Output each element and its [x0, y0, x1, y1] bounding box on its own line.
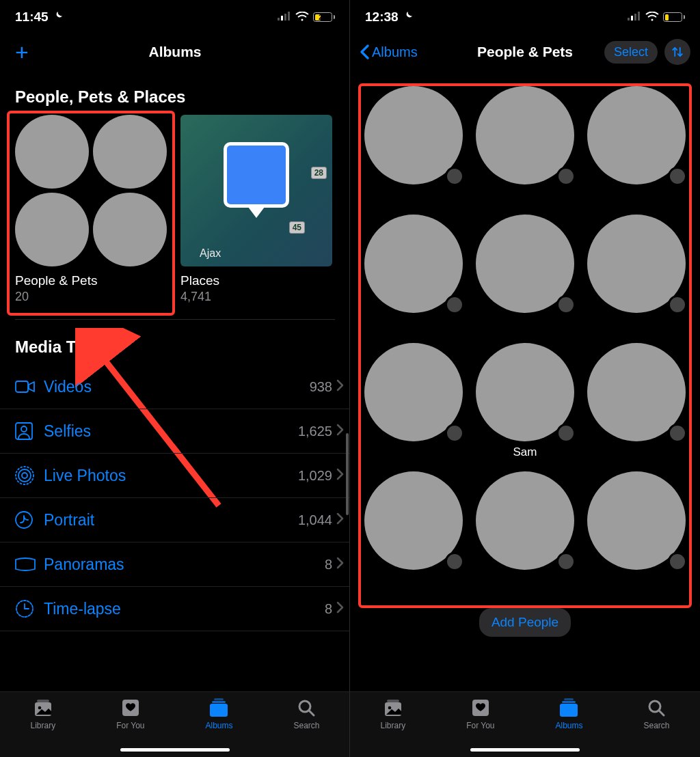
media-type-count: 8 [325, 557, 332, 573]
tab-bar: LibraryFor YouAlbumsSearch [0, 691, 350, 757]
person-cell[interactable] [587, 86, 686, 202]
svg-rect-35 [387, 700, 399, 702]
media-type-row-live[interactable]: Live Photos 1,029 [0, 454, 350, 498]
tab-search[interactable]: Search [643, 698, 669, 757]
svg-point-10 [21, 426, 27, 432]
places-tile[interactable]: 28 45 Ajax Places 4,741 [180, 115, 332, 304]
tab-library[interactable]: Library [380, 698, 405, 757]
albums-icon [558, 698, 579, 718]
svg-rect-2 [284, 14, 286, 20]
clock: 12:38 [365, 10, 399, 25]
face-thumb [93, 115, 167, 189]
dnd-moon-icon [53, 10, 64, 24]
svg-rect-0 [278, 18, 280, 20]
people-grid: Sam [350, 82, 700, 592]
foryou-icon [121, 698, 140, 718]
chevron-right-icon [336, 468, 345, 483]
svg-rect-23 [212, 701, 226, 703]
favorite-badge-icon [556, 424, 576, 443]
favorite-badge-icon [556, 552, 576, 571]
svg-rect-39 [562, 701, 576, 703]
face-thumb [15, 115, 89, 189]
svg-rect-27 [628, 18, 630, 20]
selfie-icon [15, 422, 44, 440]
svg-rect-22 [214, 698, 224, 700]
battery-icon: 20 [663, 12, 685, 22]
svg-rect-19 [37, 700, 49, 702]
tab-search[interactable]: Search [293, 698, 319, 757]
chevron-right-icon [336, 557, 345, 572]
select-button[interactable]: Select [604, 41, 658, 64]
chevron-right-icon [336, 601, 345, 616]
person-cell[interactable] [364, 471, 463, 588]
media-type-row-pano[interactable]: Panoramas 8 [0, 542, 350, 587]
person-cell[interactable] [587, 343, 686, 459]
media-type-label: Selfies [44, 422, 298, 441]
media-type-label: Portrait [44, 511, 298, 529]
person-cell[interactable] [364, 86, 463, 202]
cellular-icon [628, 10, 641, 25]
tab-label: Library [30, 721, 55, 730]
tile-count: 4,741 [180, 290, 332, 304]
add-people-button[interactable]: Add People [479, 608, 571, 637]
media-type-row-portrait[interactable]: Portrait 1,044 [0, 498, 350, 542]
favorite-badge-icon [668, 424, 687, 443]
tab-library[interactable]: Library [30, 698, 55, 757]
person-cell[interactable]: Sam [475, 343, 574, 459]
tab-label: Search [293, 721, 319, 730]
svg-rect-30 [638, 12, 640, 20]
person-avatar [476, 471, 574, 570]
wifi-icon [645, 10, 659, 25]
foryou-icon [471, 698, 490, 718]
person-avatar [587, 215, 686, 313]
person-avatar [587, 471, 686, 570]
media-type-label: Time-lapse [44, 600, 325, 618]
albums-screen: 11:45 29 + Albums People, Pets & Places [0, 0, 350, 757]
favorite-badge-icon [445, 167, 464, 186]
home-indicator[interactable] [120, 748, 230, 752]
person-cell[interactable] [587, 215, 686, 331]
media-type-count: 938 [310, 379, 332, 395]
media-type-row-selfie[interactable]: Selfies 1,625 [0, 409, 350, 454]
person-cell[interactable] [475, 471, 574, 588]
section-header-media: Media Types [0, 320, 350, 365]
media-type-row-timelapse[interactable]: Time-lapse 8 [0, 587, 350, 631]
media-type-label: Panoramas [44, 555, 325, 574]
add-album-button[interactable]: + [15, 39, 29, 66]
albums-icon [208, 698, 229, 718]
media-type-label: Live Photos [44, 467, 298, 485]
person-cell[interactable] [587, 471, 686, 588]
person-name: Sam [513, 445, 537, 459]
video-icon [15, 378, 44, 395]
media-type-count: 1,625 [298, 424, 332, 439]
portrait-icon [15, 511, 44, 529]
face-thumb [93, 193, 167, 266]
home-indicator[interactable] [470, 748, 580, 752]
wifi-icon [295, 10, 309, 25]
map-city-label: Ajax [200, 247, 221, 260]
person-cell[interactable] [364, 343, 463, 459]
svg-point-12 [18, 469, 31, 482]
svg-rect-1 [281, 16, 283, 20]
library-icon [32, 698, 54, 718]
person-cell[interactable] [475, 86, 574, 202]
sort-button[interactable] [664, 39, 690, 65]
library-icon [382, 698, 404, 718]
person-cell[interactable] [364, 215, 463, 331]
scrollbar[interactable] [346, 433, 349, 515]
svg-point-31 [651, 19, 654, 21]
nav-header: Albums People & Pets Select [350, 34, 700, 70]
back-button[interactable]: Albums [360, 44, 418, 60]
media-type-row-video[interactable]: Videos 938 [0, 365, 350, 409]
svg-rect-7 [16, 381, 28, 392]
page-title: Albums [148, 44, 201, 60]
chevron-right-icon [336, 379, 345, 394]
search-icon [647, 698, 666, 718]
face-thumb [15, 193, 89, 266]
person-cell[interactable] [475, 215, 574, 331]
road-shield: 28 [311, 167, 327, 179]
chevron-right-icon [336, 512, 345, 527]
person-avatar [587, 86, 686, 184]
tile-title: Places [180, 273, 332, 288]
svg-point-20 [38, 706, 42, 710]
